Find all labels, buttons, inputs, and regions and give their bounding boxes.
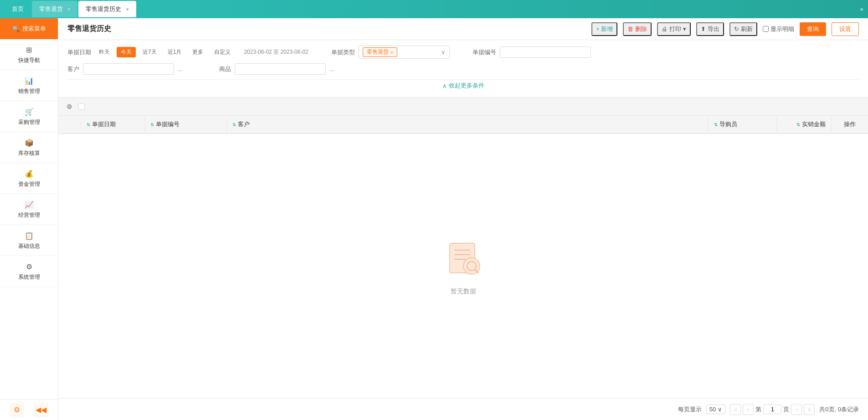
customer-input[interactable] [83, 63, 174, 75]
sidebar-item-base-info[interactable]: 📋 基础信息 [0, 225, 58, 256]
sidebar-item-system-label: 系统管理 [18, 273, 40, 281]
new-button[interactable]: + 新增 [591, 22, 617, 36]
bill-type-tag: 零售退货 × [363, 47, 397, 57]
th-amount-label: 实销金额 [802, 120, 826, 128]
quick-nav-icon: ⊞ [24, 45, 34, 55]
print-arrow: ▾ [683, 26, 686, 32]
sidebar-item-quick-nav-label: 快捷导航 [18, 56, 40, 64]
sidebar-item-purchase[interactable]: 🛒 采购管理 [0, 101, 58, 132]
page-input[interactable] [763, 405, 781, 414]
prev-page-btn[interactable]: ‹ [743, 404, 754, 415]
date-btn-more[interactable]: 更多 [188, 47, 207, 57]
filter-row-1: 单据日期 昨天 今天 近7天 近1月 更多 自定义 2023-06-02 至 2… [67, 46, 859, 59]
print-label: 打印 [669, 25, 681, 33]
sidebar-collapse-btn[interactable]: ◀◀ [34, 403, 48, 417]
refresh-icon: ↻ [734, 26, 739, 32]
page-size-value: 50 [709, 406, 716, 413]
sidebar-item-purchase-label: 采购管理 [18, 118, 40, 126]
page-header: 零售退货历史 + 新增 🗑 删除 🖨 打印 ▾ ⬆ 导出 ↻ 刷新 [58, 18, 868, 40]
tab-return[interactable]: 零售退货 × [32, 1, 77, 17]
th-amount[interactable]: ⇅ 实销金额 [777, 117, 832, 132]
th-date[interactable]: ⇅ 单据日期 [81, 117, 145, 132]
sidebar-search[interactable]: 🔍 搜索菜单 [0, 18, 58, 39]
sidebar-item-finance[interactable]: 💰 资金管理 [0, 163, 58, 194]
date-btn-prev[interactable]: 昨天 [95, 47, 114, 57]
date-btn-custom[interactable]: 自定义 [210, 47, 235, 57]
sidebar-search-label: 搜索菜单 [22, 25, 46, 33]
goods-label: 商品 [219, 65, 231, 73]
export-button[interactable]: ⬆ 导出 [696, 22, 724, 36]
display-detail-input[interactable] [763, 26, 769, 32]
tab-return-history[interactable]: 零售退货历史 × [78, 1, 136, 17]
select-all-checkbox[interactable] [78, 103, 85, 110]
date-btn-7days[interactable]: 近7天 [139, 47, 161, 57]
per-page-label: 每页显示 [678, 405, 702, 414]
th-guide-label: 导购员 [719, 120, 737, 128]
sidebar-item-quick-nav[interactable]: ⊞ 快捷导航 [0, 39, 58, 70]
top-bar-close[interactable]: × [860, 6, 863, 13]
sidebar-bottom: ⚙ ◀◀ [0, 399, 58, 420]
inventory-icon: 📦 [24, 138, 34, 148]
sidebar-item-operations-label: 经营管理 [18, 211, 40, 219]
tab-home[interactable]: 首页 [5, 1, 31, 17]
display-detail-label: 显示明细 [770, 25, 794, 33]
sidebar-item-sales-label: 销售管理 [18, 87, 40, 95]
sidebar-item-sales[interactable]: 📊 销售管理 [0, 70, 58, 101]
query-button[interactable]: 查询 [800, 22, 826, 36]
bill-type-tag-text: 零售退货 [367, 48, 389, 56]
goods-dots[interactable]: ... [329, 66, 334, 72]
th-date-label: 单据日期 [92, 120, 116, 128]
collapse-btn[interactable]: ∧ 收起更多条件 [67, 79, 859, 92]
th-sort-date-icon: ⇅ [87, 122, 90, 127]
bill-no-input[interactable] [500, 46, 591, 58]
sidebar-item-operations[interactable]: 📈 经营管理 [0, 194, 58, 225]
bill-type-select[interactable]: 零售退货 × ∨ [359, 46, 450, 59]
tab-return-label: 零售退货 [39, 5, 63, 13]
table-settings-icon[interactable]: ⚙ [64, 101, 75, 112]
filter-row-2: 客户 ... 商品 ... [67, 63, 859, 75]
tab-return-close[interactable]: × [67, 6, 70, 12]
export-label: 导出 [708, 25, 719, 33]
date-btn-today[interactable]: 今天 [117, 47, 136, 57]
tab-return-history-close[interactable]: × [126, 6, 128, 12]
sidebar-item-finance-label: 资金管理 [18, 180, 40, 188]
refresh-label: 刷新 [741, 25, 753, 33]
sidebar-item-system[interactable]: ⚙ 系统管理 [0, 256, 58, 287]
print-icon: 🖨 [662, 26, 668, 32]
sidebar-settings-btn[interactable]: ⚙ [10, 403, 24, 417]
table-toolbar: ⚙ [58, 97, 868, 116]
th-bill-no[interactable]: ⇅ 单据编号 [145, 117, 227, 132]
date-btn-month[interactable]: 近1月 [164, 47, 186, 57]
goods-input[interactable] [235, 63, 326, 75]
content-area: 零售退货历史 + 新增 🗑 删除 🖨 打印 ▾ ⬆ 导出 ↻ 刷新 [58, 18, 868, 420]
display-detail-checkbox[interactable]: 显示明细 [763, 25, 794, 33]
th-customer[interactable]: ⇅ 客户 [227, 117, 709, 132]
export-icon: ⬆ [701, 26, 706, 32]
operations-icon: 📈 [24, 200, 34, 210]
page-title: 零售退货历史 [67, 24, 591, 34]
first-page-btn[interactable]: « [730, 404, 741, 415]
page-size-select[interactable]: 50 ∨ [706, 405, 725, 414]
page-unit: 页 [783, 405, 789, 414]
print-button[interactable]: 🖨 打印 ▾ [657, 22, 691, 36]
last-page-btn[interactable]: » [804, 404, 815, 415]
delete-button[interactable]: 🗑 删除 [623, 22, 652, 36]
bill-no-filter-item: 单据编号 [473, 46, 591, 58]
page-size-arrow: ∨ [718, 406, 722, 413]
bill-type-tag-close[interactable]: × [390, 50, 393, 55]
bill-no-label: 单据编号 [473, 48, 496, 56]
top-bar: 首页 零售退货 × 零售退货历史 × × [0, 0, 868, 18]
next-page-btn[interactable]: › [791, 404, 802, 415]
sidebar-item-inventory[interactable]: 📦 库存核算 [0, 132, 58, 163]
customer-dots[interactable]: ... [178, 66, 183, 72]
th-guide[interactable]: ⇅ 导购员 [709, 117, 777, 132]
total-label: 共0页, 0条记录 [819, 405, 859, 414]
goods-filter-item: 商品 ... [219, 63, 334, 75]
refresh-button[interactable]: ↻ 刷新 [729, 22, 757, 36]
th-sort-customer-icon: ⇅ [232, 122, 236, 127]
empty-icon [441, 236, 486, 282]
page-label: 第 [755, 405, 761, 414]
table-section: ⚙ ⇅ 单据日期 ⇅ 单据编号 ⇅ 客户 ⇅ 导购 [58, 97, 868, 398]
settings-button[interactable]: 设置 [832, 22, 859, 36]
date-range-text: 2023-06-02 至 2023-06-02 [244, 48, 308, 56]
